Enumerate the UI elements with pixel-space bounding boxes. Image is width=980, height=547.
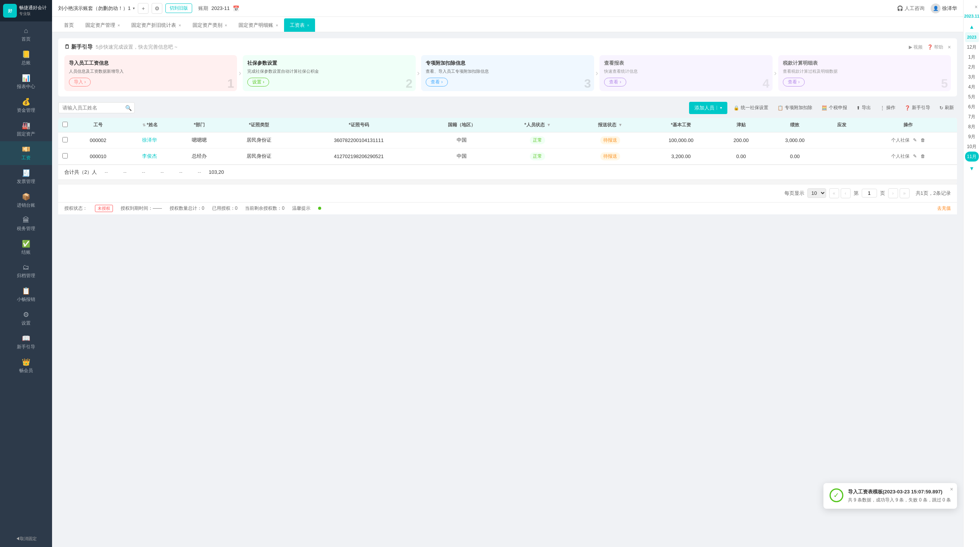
sidebar-item-newbie[interactable]: 📖新手引导 (0, 330, 52, 354)
sidebar-item-settings[interactable]: ⚙设置 (0, 307, 52, 330)
search-wrapper: 🔍 (58, 102, 135, 113)
tab-detail[interactable]: 固定资产明细账× (233, 18, 284, 32)
calendar-icon[interactable]: 📅 (233, 5, 239, 11)
year-marker-2023[interactable]: 2023 (965, 32, 979, 42)
sidebar-item-expense[interactable]: 📋小畅报销 (0, 283, 52, 307)
search-input[interactable] (58, 102, 135, 113)
next-page-button[interactable]: › (888, 188, 898, 198)
month-btn-8月[interactable]: 8月 (965, 122, 979, 132)
step-btn-1[interactable]: 导入 › (69, 78, 91, 87)
help-link[interactable]: ❓ 帮助 (927, 44, 943, 51)
deduction-button[interactable]: 📋 专项附加扣除 (774, 103, 815, 113)
panel-down-arrow[interactable]: ▼ (967, 165, 977, 172)
guide-button[interactable]: ❓ 新手引导 (902, 103, 933, 113)
month-btn-12月[interactable]: 12月 (965, 42, 979, 52)
warning-label: 温馨提示 (292, 205, 310, 212)
month-btn-7月[interactable]: 7月 (965, 112, 979, 122)
add-people-dropdown-icon[interactable]: ▾ (717, 106, 722, 110)
month-btn-2月[interactable]: 2月 (965, 62, 979, 72)
guide-step-1: 导入员工工资信息 人员信息及工资数据新增导入 导入 › 1 (64, 55, 237, 91)
tab-category[interactable]: 固定资产类别× (187, 18, 233, 32)
add-account-button[interactable]: + (138, 3, 149, 14)
search-icon[interactable]: 🔍 (125, 105, 132, 111)
panel-up-arrow[interactable]: ▲ (967, 23, 977, 31)
tab-close-fixed-assets[interactable]: × (118, 23, 120, 28)
month-btn-5月[interactable]: 5月 (965, 92, 979, 102)
prev-page-button[interactable]: ‹ (841, 188, 851, 198)
switch-version-button[interactable]: 切到旧版 (165, 3, 192, 13)
tab-close-detail[interactable]: × (276, 23, 278, 28)
add-people-button[interactable]: 添加人员 ▾ (689, 102, 727, 114)
step-btn-2[interactable]: 设置 › (247, 78, 269, 87)
month-btn-6月[interactable]: 6月 (965, 102, 979, 112)
tab-salary[interactable]: 工资表× (284, 18, 315, 32)
action-delete-1[interactable]: 🗑 (921, 153, 925, 159)
action-social-1[interactable]: 个人社保 (891, 153, 910, 159)
toast-close-button[interactable]: × (950, 486, 953, 492)
tab-home[interactable]: 首页 (58, 18, 80, 32)
refresh-button[interactable]: ↻ 刷新 (936, 103, 957, 113)
month-btn-11月[interactable]: 11月 (965, 152, 979, 162)
panel-close-button[interactable]: × (974, 3, 978, 11)
nav-icon-tax: 🏛 (23, 216, 29, 224)
settings-button[interactable]: ⚙ (152, 3, 162, 14)
row-report-status-0: 待报送 (575, 132, 645, 148)
toolbar-right: 添加人员 ▾ 🔒 统一社保设置 📋 专项附加扣除 🧮 个税申报 (689, 102, 957, 114)
tab-close-category[interactable]: × (225, 23, 227, 28)
row-checkbox-0[interactable] (62, 137, 68, 142)
sidebar-item-funds[interactable]: 💰资金管理 (0, 94, 52, 118)
action-edit-0[interactable]: ✎ (913, 137, 917, 143)
step-desc-2: 完成社保参数设置自动计算社保公积金 (247, 68, 411, 75)
support-button[interactable]: 🎧 人工咨询 (897, 5, 924, 12)
social-security-button[interactable]: 🔒 统一社保设置 (730, 103, 771, 113)
month-btn-3月[interactable]: 3月 (965, 72, 979, 82)
month-btn-9月[interactable]: 9月 (965, 132, 979, 142)
horizontal-scrollbar[interactable] (58, 180, 957, 184)
sidebar-item-member[interactable]: 👑畅会员 (0, 354, 52, 378)
row-nationality-0: 中国 (423, 132, 500, 148)
cancel-fixed-button[interactable]: ◀取消固定 (3, 534, 49, 544)
sidebar-item-home[interactable]: ⌂首页 (0, 23, 52, 46)
user-menu[interactable]: 👤 徐泽华 (931, 3, 957, 13)
action-edit-1[interactable]: ✎ (913, 153, 917, 159)
sidebar-item-inventory[interactable]: 📦进销台账 (0, 189, 52, 212)
last-page-button[interactable]: » (900, 188, 910, 198)
first-page-button[interactable]: « (829, 188, 839, 198)
sidebar-item-invoicing[interactable]: 🧾发票管理 (0, 165, 52, 189)
emp-name-link-0[interactable]: 徐泽华 (142, 137, 157, 143)
sidebar-item-salary[interactable]: 💴工资 (0, 141, 52, 165)
step-btn-5[interactable]: 查看 › (783, 78, 805, 87)
action-delete-0[interactable]: 🗑 (921, 137, 925, 143)
sidebar-item-fixed-assets[interactable]: 🏭固定资产 (0, 118, 52, 141)
tab-close-depreciation[interactable]: × (178, 23, 181, 28)
sidebar-item-closing[interactable]: ✅结账 (0, 236, 52, 260)
sidebar-item-tax[interactable]: 🏛税务管理 (0, 212, 52, 236)
guide-close-button[interactable]: × (948, 44, 951, 50)
step-btn-3[interactable]: 查看 › (426, 78, 448, 87)
personal-tax-button[interactable]: 🧮 个税申报 (818, 103, 850, 113)
video-link[interactable]: ▶ 视频 (909, 44, 923, 51)
step-btn-4[interactable]: 查看 › (604, 78, 626, 87)
month-btn-4月[interactable]: 4月 (965, 82, 979, 92)
export-button[interactable]: ⬆ 导出 (853, 103, 874, 113)
action-social-0[interactable]: 个人社保 (891, 137, 910, 143)
account-selector[interactable]: 刘小艳演示账套（勿删勿动！）1 ▾ (58, 5, 135, 12)
guide-step-3: 专项附加扣除信息 查看、导入员工专项附加扣除信息 查看 › 3 (421, 55, 594, 91)
recharge-link[interactable]: 去充值 (937, 205, 951, 212)
month-btn-1月[interactable]: 1月 (965, 52, 979, 62)
tab-close-salary[interactable]: × (307, 23, 309, 28)
page-number-input[interactable] (862, 189, 877, 198)
row-checkbox-1[interactable] (62, 153, 68, 158)
month-btn-10月[interactable]: 10月 (965, 142, 979, 152)
th-nationality: 国籍（地区） (423, 118, 500, 132)
tab-depreciation[interactable]: 固定资产折旧统计表× (126, 18, 186, 32)
per-page-select[interactable]: 10 20 50 (807, 188, 826, 198)
th-action: 操作 (859, 118, 957, 132)
sidebar-item-reports[interactable]: 📊报表中心 (0, 70, 52, 94)
select-all-checkbox[interactable] (62, 122, 68, 127)
sidebar-item-ledger[interactable]: 📒总账 (0, 46, 52, 70)
sidebar-item-archive[interactable]: 🗂归档管理 (0, 260, 52, 283)
tab-fixed-assets[interactable]: 固定资产管理× (80, 18, 126, 32)
more-ops-button[interactable]: ⋮ 操作 (877, 103, 898, 113)
emp-name-link-1[interactable]: 李俊杰 (142, 153, 157, 159)
